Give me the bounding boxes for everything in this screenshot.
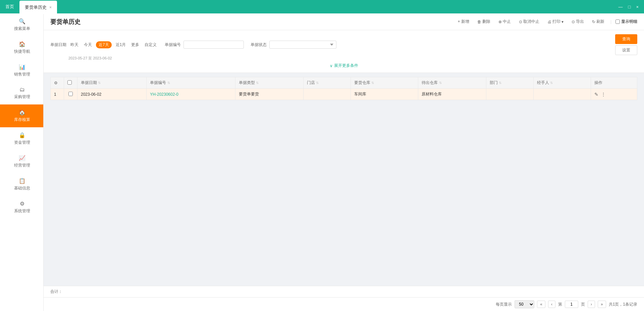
sidebar-item-sales[interactable]: 📊 销售管理 xyxy=(0,59,43,82)
tab-close-button[interactable]: × xyxy=(49,5,52,10)
row-order-no[interactable]: YH-20230602-0 xyxy=(147,89,235,100)
filter-actions: 查询 设置 xyxy=(615,34,637,55)
operation-icon: 📈 xyxy=(19,155,25,161)
th-order-type[interactable]: 单据类型 ⇅ xyxy=(235,77,304,89)
last-page-button[interactable]: » xyxy=(598,301,606,308)
toolbar-separator: | xyxy=(610,19,611,24)
sidebar-item-purchase[interactable]: 🗂 采购管理 xyxy=(0,82,43,104)
total-info: 共1页，1条记录 xyxy=(609,302,637,307)
select-all-checkbox[interactable] xyxy=(67,80,72,85)
tab-home[interactable]: 首页 xyxy=(0,0,19,13)
show-detail-checkbox[interactable] xyxy=(615,19,620,24)
th-req-warehouse[interactable]: 要货仓库 ⇅ xyxy=(351,77,418,89)
table-header: ⚙ 单据日期 ⇅ 单据编号 ⇅ 单据类型 ⇅ xyxy=(51,77,637,89)
sort-pending-warehouse-icon: ⇅ xyxy=(439,81,442,85)
th-department[interactable]: 部门 ⇅ xyxy=(486,77,534,89)
row-checkbox-cell[interactable] xyxy=(64,89,77,100)
toolbar: + 新增 🗑 删除 ⊗ 中止 ⊙ 取消中止 🖨 打印 ▾ xyxy=(456,17,637,26)
page-input[interactable] xyxy=(565,301,578,308)
delete-button[interactable]: 🗑 删除 xyxy=(475,17,492,26)
sidebar-item-label: 基础信息 xyxy=(14,185,30,191)
action-icons: ✎ ⋮ xyxy=(594,92,634,97)
print-button[interactable]: 🖨 打印 ▾ xyxy=(545,17,566,26)
sidebar-item-finance[interactable]: 🔒 资金管理 xyxy=(0,127,43,150)
th-handler[interactable]: 经手人 ⇅ xyxy=(534,77,591,89)
date-btn-1month[interactable]: 近1月 xyxy=(114,41,127,48)
print-icon: 🖨 xyxy=(547,19,551,24)
th-pending-warehouse[interactable]: 待出仓库 ⇅ xyxy=(418,77,486,89)
more-icon[interactable]: ⋮ xyxy=(601,92,606,97)
order-no-link[interactable]: YH-20230602-0 xyxy=(150,92,178,97)
sort-order-type-icon: ⇅ xyxy=(256,81,259,85)
row-order-type: 要货单要货 xyxy=(235,89,304,100)
table-body: 1 2023-06-02 YH-20230602-0 要货单要货 车间库 原材料… xyxy=(51,89,637,100)
delete-icon: 🗑 xyxy=(477,19,481,24)
sidebar-item-system[interactable]: ⚙ 系统管理 xyxy=(0,196,43,219)
sidebar-item-label: 搜索菜单 xyxy=(14,26,30,32)
th-shop[interactable]: 门店 ⇅ xyxy=(303,77,351,89)
sort-date-icon: ⇅ xyxy=(98,81,101,85)
row-handler xyxy=(534,89,591,100)
date-btn-7days[interactable]: 近7天 xyxy=(96,41,112,48)
row-shop xyxy=(303,89,351,100)
table-row: 1 2023-06-02 YH-20230602-0 要货单要货 车间库 原材料… xyxy=(51,89,637,100)
purchase-icon: 🗂 xyxy=(19,87,25,93)
edit-icon[interactable]: ✎ xyxy=(594,92,598,97)
new-button[interactable]: + 新增 xyxy=(456,17,471,26)
sort-department-icon: ⇅ xyxy=(499,81,501,85)
sidebar-item-shortcut[interactable]: 🏠 快捷导航 xyxy=(0,36,43,59)
prev-page-button[interactable]: ‹ xyxy=(548,301,555,308)
date-btn-yesterday[interactable]: 昨天 xyxy=(69,41,80,48)
content-area: 要货单历史 + 新增 🗑 删除 ⊗ 中止 ⊙ 取消中止 🖨 打印 xyxy=(44,13,644,311)
th-checkbox[interactable] xyxy=(64,77,77,89)
sidebar: 🔍 搜索菜单 🏠 快捷导航 📊 销售管理 🗂 采购管理 🏠 库存核算 🔒 资金管… xyxy=(0,13,44,311)
th-date[interactable]: 单据日期 ⇅ xyxy=(77,77,147,89)
system-icon: ⚙ xyxy=(20,201,24,207)
status-select[interactable] xyxy=(269,41,336,49)
show-detail-toggle[interactable]: 显示明细 xyxy=(615,19,637,25)
sort-handler-icon: ⇅ xyxy=(550,81,553,85)
date-label: 单据日期 xyxy=(50,42,66,48)
refresh-icon: ↻ xyxy=(592,19,595,24)
sidebar-item-search[interactable]: 🔍 搜索菜单 xyxy=(0,13,43,36)
stop-button[interactable]: ⊗ 中止 xyxy=(496,17,513,26)
row-date: 2023-06-02 xyxy=(77,89,147,100)
next-page-button[interactable]: › xyxy=(588,301,595,308)
export-icon: ⊙ xyxy=(572,19,575,24)
row-req-warehouse: 车间库 xyxy=(351,89,418,100)
first-page-button[interactable]: « xyxy=(537,301,545,308)
expand-icon: ∨ xyxy=(330,63,333,68)
row-checkbox[interactable] xyxy=(68,92,73,96)
page-title: 要货单历史 xyxy=(50,18,80,26)
row-department xyxy=(486,89,534,100)
sidebar-item-label: 快捷导航 xyxy=(14,49,30,54)
date-btn-custom[interactable]: 自定义 xyxy=(143,41,158,48)
minimize-button[interactable]: — xyxy=(619,4,623,9)
sidebar-item-inventory[interactable]: 🏠 库存核算 xyxy=(0,104,43,127)
sidebar-item-operation[interactable]: 📈 经营管理 xyxy=(0,150,43,173)
status-filter: 单据状态 xyxy=(251,41,336,49)
page-size-label: 每页显示 xyxy=(496,302,512,307)
th-action: 操作 xyxy=(591,77,637,89)
refresh-button[interactable]: ↻ 刷新 xyxy=(590,17,606,26)
set-button[interactable]: 设置 xyxy=(615,45,637,55)
query-button[interactable]: 查询 xyxy=(615,34,637,44)
tab-active[interactable]: 要货单历史 × xyxy=(19,1,57,14)
sidebar-item-basic[interactable]: 📋 基础信息 xyxy=(0,173,43,196)
maximize-button[interactable]: □ xyxy=(628,4,631,9)
cancel-stop-button[interactable]: ⊙ 取消中止 xyxy=(517,17,541,26)
export-button[interactable]: ⊙ 导出 xyxy=(570,17,586,26)
order-no-input[interactable] xyxy=(183,41,244,49)
date-btn-today[interactable]: 今天 xyxy=(83,41,93,48)
th-settings[interactable]: ⚙ xyxy=(51,77,64,89)
finance-icon: 🔒 xyxy=(19,132,25,138)
th-order-no[interactable]: 单据编号 ⇅ xyxy=(147,77,235,89)
expand-more-button[interactable]: ∨ 展开更多条件 xyxy=(50,63,637,69)
sidebar-item-label: 采购管理 xyxy=(14,94,30,100)
page-size-select[interactable]: 20 50 100 200 xyxy=(515,300,534,308)
close-window-button[interactable]: × xyxy=(636,4,639,9)
basic-icon: 📋 xyxy=(19,178,25,184)
date-btn-more[interactable]: 更多 xyxy=(130,41,141,48)
filter-row: 单据日期 昨天 今天 近7天 近1月 更多 自定义 单据编号 xyxy=(50,34,637,55)
sidebar-item-label: 资金管理 xyxy=(14,140,30,145)
